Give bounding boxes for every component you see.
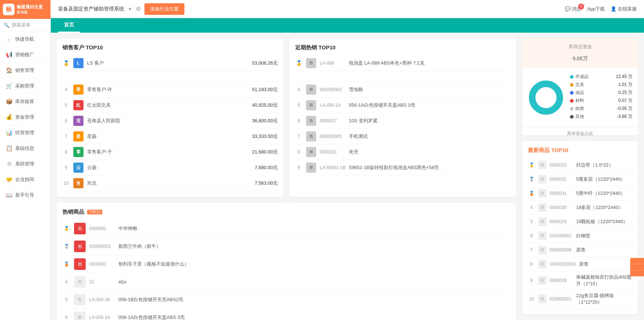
customer-icon: 零 bbox=[73, 147, 83, 157]
legend-item: 其他 -3.86 万 bbox=[570, 114, 632, 120]
new-product-item: 4 图 0000030 18多层（1220*2440） bbox=[528, 201, 632, 215]
customer-list-item: 7 星 星扬 33,333.00元 bbox=[62, 129, 278, 144]
recent-hot-item: 5 图 LA-056-1A 056-1A白色按键开关盖ABS 3壳 bbox=[295, 98, 510, 113]
legend-dot bbox=[570, 75, 574, 79]
sidebar-item-经营管理[interactable]: 📊经营管理 bbox=[0, 125, 50, 141]
sidebar-item-资金管理[interactable]: 💰资金管理 bbox=[0, 110, 50, 125]
rank-num: 10 bbox=[528, 296, 535, 301]
sidebar-item-营销推广[interactable]: 📢营销推广 bbox=[0, 47, 50, 63]
product-code: 0000017 bbox=[320, 118, 345, 123]
inv-label: 库存总资金 bbox=[528, 44, 632, 50]
product-name: 59651-1B旋转投影灯电池盒ABS黑色+58壳 bbox=[349, 164, 510, 171]
menu-icon: 🏠 bbox=[6, 67, 12, 74]
rank-num: 6 bbox=[62, 118, 70, 123]
float-button[interactable]: 客服热线 bbox=[630, 258, 644, 264]
legend-val: 0.07 万 bbox=[618, 98, 632, 104]
product-icon: 图 bbox=[538, 175, 547, 184]
customer-icon: L bbox=[73, 58, 83, 68]
sidebar-item-系统管理[interactable]: ⚙系统管理 bbox=[0, 156, 50, 172]
logo-icon: 畅 bbox=[3, 4, 15, 15]
trial-btn[interactable]: 体验行业方案 bbox=[144, 3, 184, 15]
customer-icon: 肖 bbox=[73, 178, 83, 188]
tab-home[interactable]: 首页 bbox=[58, 18, 80, 33]
float-button[interactable]: 直播 bbox=[630, 270, 644, 276]
menu-label: 经营管理 bbox=[15, 130, 34, 136]
product-code: LA-056-1A bbox=[89, 315, 115, 320]
product-code: 0000002 bbox=[89, 262, 115, 267]
rank-num: 7 bbox=[62, 134, 70, 139]
product-img: 图 bbox=[74, 312, 86, 320]
product-img: 图 bbox=[74, 241, 86, 252]
sidebar-item-销售管理[interactable]: 🏠销售管理 bbox=[0, 63, 50, 78]
new-product-item: 5 图 0000029 18颗粒板（1220*2440） bbox=[528, 215, 632, 229]
app-header: 装备及固定资产辅助管理系统 ▼ ⚙ 体验行业方案 💬 消息 6 App下载 👤 … bbox=[51, 0, 644, 18]
customer-amount: 53,006.26元 bbox=[252, 60, 278, 66]
customer-icon: 苍 bbox=[73, 116, 83, 126]
product-img: 图 bbox=[74, 294, 86, 305]
settings-icon[interactable]: ⚙ bbox=[136, 5, 141, 12]
recent-hot-item bbox=[295, 77, 510, 82]
customer-amount: 7,680.00元 bbox=[254, 164, 278, 171]
legend-name: 肉类 bbox=[570, 106, 617, 112]
float-button[interactable]: 服务社区 bbox=[630, 264, 644, 270]
sidebar-item-新手引导[interactable]: 📖新手引导 bbox=[0, 188, 50, 203]
customer-list-item: 6 苍 苍南县人民医院 36,600.00元 bbox=[62, 113, 278, 129]
product-name: 电池盖 LA-089 ABS本色+黑种 7.1克 bbox=[349, 60, 510, 66]
menu-label: 销售管理 bbox=[15, 67, 34, 74]
product-name: 18颗粒板（1220*2440） bbox=[576, 218, 632, 225]
customer-list-item: 4 零 零售客户-许 51,183.00元 bbox=[62, 82, 278, 98]
search-menu[interactable]: 🔍 搜索菜单 bbox=[0, 19, 50, 32]
dropdown-icon[interactable]: ▼ bbox=[128, 7, 132, 12]
customer-name: 红太阳文具 bbox=[87, 102, 248, 108]
product-icon: 图 bbox=[538, 203, 547, 212]
customer-amount: 7,563.00元 bbox=[254, 180, 278, 186]
rank-num: 5 bbox=[528, 219, 535, 224]
sidebar-item-企业协同[interactable]: 🤝企业协同 bbox=[0, 172, 50, 188]
customer-icon: 云 bbox=[73, 163, 83, 173]
hot-product-item: 🥈 图 000500001 新西兰牛肉（新牛） bbox=[62, 238, 510, 255]
recent-hot-card: 近期热销 TOP10 🥇 图 LA-089 电池盖 LA-089 ABS本色+黑… bbox=[289, 38, 516, 197]
legend-item: 材料 0.07 万 bbox=[570, 98, 632, 104]
product-img: 图 bbox=[74, 223, 86, 234]
online-service-link[interactable]: 👤 在线客服 bbox=[611, 6, 637, 12]
sidebar-item-快捷导航[interactable]: ⌂快捷导航 bbox=[0, 32, 50, 47]
search-icon: 🔍 bbox=[4, 22, 9, 28]
legend-dot bbox=[570, 107, 574, 111]
customer-name: 星扬 bbox=[87, 133, 248, 140]
legend-name: 材料 bbox=[570, 98, 618, 104]
product-code: 0000001 bbox=[89, 226, 115, 231]
rank-num: 9 bbox=[62, 165, 70, 170]
legend-val: -0.05 万 bbox=[617, 106, 632, 112]
legend-name: 文具 bbox=[570, 82, 618, 88]
product-icon: 图 bbox=[306, 131, 316, 141]
new-product-item: 7 图 000800008 原查 bbox=[528, 243, 632, 257]
header-right: 💬 消息 6 App下载 👤 在线客服 bbox=[565, 6, 637, 12]
medal-icon: 🥇 bbox=[528, 163, 535, 168]
notification-bell[interactable]: 💬 消息 6 bbox=[565, 6, 582, 12]
sidebar-item-基础信息[interactable]: 📋基础信息 bbox=[0, 141, 50, 156]
menu-icon: 🛒 bbox=[6, 83, 12, 89]
product-name: 18多层（1220*2440） bbox=[576, 204, 632, 211]
product-name: 10S 变利罗紧 bbox=[349, 118, 510, 124]
customer-amount: 40,925.00元 bbox=[252, 102, 278, 108]
customer-list-item bbox=[62, 77, 278, 82]
product-name: 5厘多层（1220*2440） bbox=[576, 176, 632, 182]
menu-label: 基础信息 bbox=[15, 145, 34, 152]
product-code: 0000033 bbox=[550, 163, 573, 168]
content-body: 销售客户 TOP10 🥇 L LS 客户 53,006.26元 4 零 零售客户… bbox=[51, 33, 644, 320]
sidebar-item-采购管理[interactable]: 🛒采购管理 bbox=[0, 78, 50, 94]
new-products-card: 最新商品 TOP10 🥇 图 0000033 封边带（1.0*22） 🥈 图 0… bbox=[522, 141, 638, 314]
product-name: 雪地靴 bbox=[349, 86, 510, 93]
rank-num: 9 bbox=[295, 165, 302, 170]
sidebar-item-库存核算[interactable]: 📦库存核算 bbox=[0, 94, 50, 110]
product-code: 000800008 bbox=[550, 247, 573, 253]
float-buttons: 客服热线服务社区直播 bbox=[630, 258, 644, 276]
hot-product-item: 5 图 LA-056-1B 056-1B白色按键开关壳ABS2壳 bbox=[62, 291, 510, 309]
menu-icon: 📦 bbox=[6, 98, 12, 105]
menu-icon: 📢 bbox=[6, 52, 12, 58]
product-code: 01 bbox=[89, 279, 115, 284]
rank-num: 4 bbox=[528, 205, 535, 210]
customer-name: 云扬 bbox=[87, 164, 251, 171]
legend-val: 0.25 万 bbox=[618, 90, 632, 96]
app-download-link[interactable]: App下载 bbox=[587, 6, 605, 12]
